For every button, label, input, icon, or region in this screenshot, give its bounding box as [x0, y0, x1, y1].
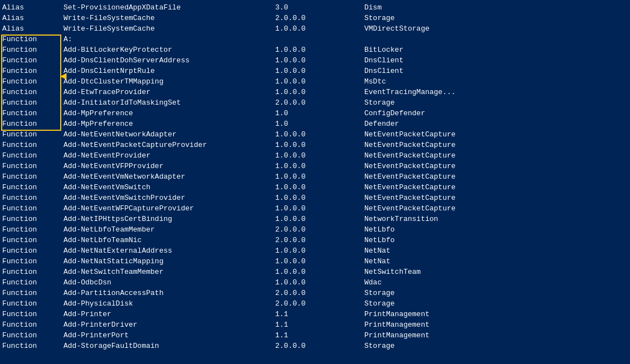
name-cell: Add-NetSwitchTeamMember	[64, 267, 275, 277]
table-row: FunctionAdd-PartitionAccessPath2.0.0.0St…	[0, 288, 630, 298]
module-cell: NetEventPacketCapture	[364, 150, 628, 161]
name-cell: Add-NetEventPacketCaptureProvider	[64, 140, 275, 150]
table-row: FunctionAdd-Printer1.1PrintManagement	[0, 309, 630, 319]
version-cell: 1.1	[275, 309, 364, 319]
version-cell: 1.0.0.0	[275, 23, 364, 34]
version-cell: 1.1	[275, 330, 364, 341]
version-cell: 1.0.0.0	[275, 203, 364, 214]
version-cell: 1.0.0.0	[275, 129, 364, 140]
version-cell: 1.0.0.0	[275, 182, 364, 193]
table-row: FunctionAdd-NetEventVFPProvider1.0.0.0Ne…	[0, 161, 630, 171]
type-cell: Function	[2, 97, 64, 108]
table-row: FunctionAdd-NetNatExternalAddress1.0.0.0…	[0, 245, 630, 256]
version-cell: 3.0	[275, 2, 364, 13]
name-cell: Add-MpPreference	[64, 119, 275, 129]
type-cell: Function	[2, 119, 64, 129]
version-cell: 1.0.0.0	[275, 66, 364, 76]
table-row: FunctionAdd-PhysicalDisk2.0.0.0Storage	[0, 298, 630, 309]
table-row: FunctionAdd-NetLbfoTeamNic2.0.0.0NetLbfo	[0, 235, 630, 245]
table-row: FunctionAdd-NetEventWFPCaptureProvider1.…	[0, 203, 630, 214]
type-cell: Function	[2, 235, 64, 245]
module-cell: NetEventPacketCapture	[364, 161, 628, 171]
module-cell: Dism	[364, 2, 628, 13]
version-cell: 1.0.0.0	[275, 161, 364, 171]
name-cell: Add-NetNatExternalAddress	[64, 245, 275, 256]
version-cell: 1.0.0.0	[275, 55, 364, 66]
table-row: AliasWrite-FileSystemCache1.0.0.0VMDirec…	[0, 23, 630, 34]
module-cell: DnsClient	[364, 66, 628, 76]
table-row: FunctionAdd-DtcClusterTMMapping1.0.0.0Ms…	[0, 76, 630, 87]
type-cell: Function	[2, 161, 64, 171]
table-row: FunctionAdd-MpPreference1.0Defender	[0, 119, 630, 129]
version-cell: 2.0.0.0	[275, 224, 364, 235]
version-cell: 1.0.0.0	[275, 267, 364, 277]
version-cell: 1.0.0.0	[275, 245, 364, 256]
module-cell: NetEventPacketCapture	[364, 129, 628, 140]
type-cell: Alias	[2, 23, 64, 34]
table-row: FunctionAdd-BitLockerKeyProtector1.0.0.0…	[0, 45, 630, 55]
module-cell: VMDirectStorage	[364, 23, 628, 34]
module-cell: NetEventPacketCapture	[364, 193, 628, 203]
name-cell: Add-NetEventVmNetworkAdapter	[64, 171, 275, 182]
name-cell: Add-PrinterPort	[64, 330, 275, 341]
table-row: FunctionAdd-DnsClientDohServerAddress1.0…	[0, 55, 630, 66]
name-cell: Add-NetLbfoTeamNic	[64, 235, 275, 245]
version-cell: 1.0	[275, 119, 364, 129]
module-cell: Storage	[364, 288, 628, 298]
table-row: FunctionAdd-DnsClientNrptRule1.0.0.0DnsC…	[0, 66, 630, 76]
version-cell: 1.0.0.0	[275, 256, 364, 267]
type-cell: Function	[2, 224, 64, 235]
type-cell: Function	[2, 288, 64, 298]
name-cell: Write-FileSystemCache	[64, 13, 275, 23]
type-cell: Function	[2, 341, 64, 351]
table-row: FunctionAdd-MpPreference1.0ConfigDefende…	[0, 108, 630, 119]
type-cell: Function	[2, 76, 64, 87]
name-cell: Add-NetNatStaticMapping	[64, 256, 275, 267]
arrow-indicator: ◄	[60, 70, 67, 83]
module-cell: Defender	[364, 119, 628, 129]
module-cell: PrintManagement	[364, 319, 628, 330]
type-cell: Function	[2, 203, 64, 214]
table-row: FunctionAdd-PrinterPort1.1PrintManagemen…	[0, 330, 630, 341]
name-cell: Add-OdbcDsn	[64, 277, 275, 288]
table-row: FunctionAdd-StorageFaultDomain2.0.0.0Sto…	[0, 341, 630, 351]
table-row: FunctionAdd-NetEventNetworkAdapter1.0.0.…	[0, 129, 630, 140]
table-row: AliasWrite-FileSystemCache2.0.0.0Storage	[0, 13, 630, 23]
name-cell: Add-MpPreference	[64, 108, 275, 119]
module-cell: MsDtc	[364, 76, 628, 87]
name-cell: A:	[64, 34, 275, 45]
table-row: FunctionAdd-NetEventPacketCaptureProvide…	[0, 140, 630, 150]
module-cell: Wdac	[364, 277, 628, 288]
terminal-window: ◄ AliasSet-ProvisionedAppXDataFile3.0Dis…	[0, 0, 630, 364]
module-cell: NetworkTransition	[364, 214, 628, 224]
name-cell: Add-DnsClientDohServerAddress	[64, 55, 275, 66]
type-cell: Function	[2, 182, 64, 193]
type-cell: Function	[2, 245, 64, 256]
name-cell: Add-NetEventWFPCaptureProvider	[64, 203, 275, 214]
type-cell: Function	[2, 256, 64, 267]
version-cell: 1.0.0.0	[275, 193, 364, 203]
module-cell: Storage	[364, 298, 628, 309]
version-cell: 1.0.0.0	[275, 214, 364, 224]
type-cell: Alias	[2, 2, 64, 13]
name-cell: Add-PartitionAccessPath	[64, 288, 275, 298]
type-cell: Function	[2, 108, 64, 119]
type-cell: Function	[2, 214, 64, 224]
version-cell: 1.0.0.0	[275, 45, 364, 55]
type-cell: Function	[2, 330, 64, 341]
version-cell: 2.0.0.0	[275, 298, 364, 309]
table-row: FunctionAdd-NetIPHttpsCertBinding1.0.0.0…	[0, 214, 630, 224]
type-cell: Function	[2, 267, 64, 277]
module-cell: EventTracingManage...	[364, 87, 628, 97]
type-cell: Function	[2, 66, 64, 76]
type-cell: Alias	[2, 13, 64, 23]
table-row: FunctionAdd-NetEventProvider1.0.0.0NetEv…	[0, 150, 630, 161]
module-cell: ConfigDefender	[364, 108, 628, 119]
version-cell: 2.0.0.0	[275, 288, 364, 298]
version-cell: 1.0.0.0	[275, 277, 364, 288]
table-row: FunctionAdd-NetEventVmSwitchProvider1.0.…	[0, 193, 630, 203]
name-cell: Add-NetIPHttpsCertBinding	[64, 214, 275, 224]
version-cell: 1.1	[275, 319, 364, 330]
table-row: FunctionAdd-InitiatorIdToMaskingSet2.0.0…	[0, 97, 630, 108]
type-cell: Function	[2, 277, 64, 288]
